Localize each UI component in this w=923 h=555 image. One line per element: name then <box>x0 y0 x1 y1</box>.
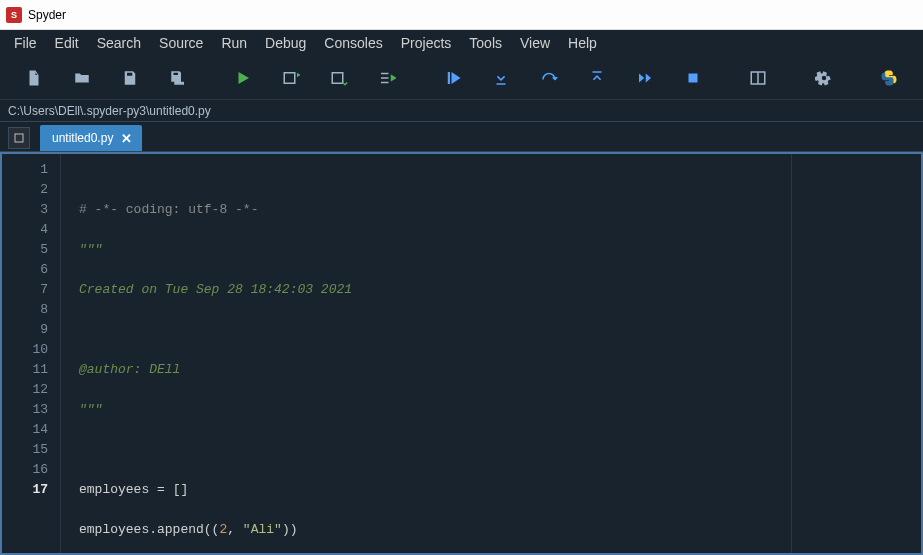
line-number: 12 <box>2 380 48 400</box>
code-text: # -*- coding: utf-8 -*- <box>79 202 258 217</box>
line-number: 15 <box>2 440 48 460</box>
browse-tabs-icon[interactable] <box>8 127 30 149</box>
line-number: 7 <box>2 280 48 300</box>
code-text: = <box>157 482 165 497</box>
python-path-icon[interactable] <box>880 67 898 89</box>
gutter: 1 2 3 4 5 6 7 8 9 10 11 12 13 14 15 16 1… <box>2 154 60 553</box>
code-text: [] <box>165 482 188 497</box>
code-area[interactable]: # -*- coding: utf-8 -*- """ Created on T… <box>60 154 921 553</box>
line-number: 13 <box>2 400 48 420</box>
save-all-icon[interactable] <box>169 67 187 89</box>
menu-debug[interactable]: Debug <box>257 32 314 54</box>
open-file-icon[interactable] <box>73 67 91 89</box>
spyder-logo-icon: S <box>6 7 22 23</box>
file-path-bar: C:\Users\DEll\.spyder-py3\untitled0.py <box>0 100 923 122</box>
menu-help[interactable]: Help <box>560 32 605 54</box>
code-text: @author: DEll <box>79 362 180 377</box>
editor-tabs: untitled0.py ✕ <box>0 122 923 152</box>
run-icon[interactable] <box>234 67 252 89</box>
file-path: C:\Users\DEll\.spyder-py3\untitled0.py <box>8 104 211 118</box>
debug-step-over-icon[interactable] <box>540 67 558 89</box>
line-number: 14 <box>2 420 48 440</box>
code-text: )) <box>282 522 298 537</box>
debug-stop-icon[interactable] <box>684 67 702 89</box>
window-title: Spyder <box>28 8 66 22</box>
new-file-icon[interactable] <box>25 67 43 89</box>
debug-continue-icon[interactable] <box>444 67 462 89</box>
maximize-pane-icon[interactable] <box>749 67 767 89</box>
line-number: 3 <box>2 200 48 220</box>
save-icon[interactable] <box>121 67 139 89</box>
debug-skip-icon[interactable] <box>636 67 654 89</box>
menu-search[interactable]: Search <box>89 32 149 54</box>
line-number-current: 17 <box>2 480 48 500</box>
debug-step-into-icon[interactable] <box>492 67 510 89</box>
menu-run[interactable]: Run <box>213 32 255 54</box>
debug-step-out-icon[interactable] <box>588 67 606 89</box>
line-number: 6 <box>2 260 48 280</box>
menu-view[interactable]: View <box>512 32 558 54</box>
code-text: Created on Tue Sep 28 18:42:03 2021 <box>79 282 352 297</box>
titlebar: S Spyder <box>0 0 923 30</box>
code-text: """ <box>79 402 102 417</box>
run-selection-icon[interactable] <box>378 67 396 89</box>
toolbar <box>0 56 923 100</box>
menu-edit[interactable]: Edit <box>47 32 87 54</box>
menu-source[interactable]: Source <box>151 32 211 54</box>
code-text: "Ali" <box>243 522 282 537</box>
menu-tools[interactable]: Tools <box>461 32 510 54</box>
tab-untitled0[interactable]: untitled0.py ✕ <box>40 125 142 151</box>
line-number: 9 <box>2 320 48 340</box>
code-editor[interactable]: 1 2 3 4 5 6 7 8 9 10 11 12 13 14 15 16 1… <box>0 152 923 555</box>
code-text: employees.append(( <box>79 522 219 537</box>
ruler-line <box>791 154 792 553</box>
code-text: """ <box>79 242 102 257</box>
line-number: 4 <box>2 220 48 240</box>
line-number: 8 <box>2 300 48 320</box>
line-number: 16 <box>2 460 48 480</box>
line-number: 10 <box>2 340 48 360</box>
svg-rect-1 <box>333 72 344 83</box>
tab-label: untitled0.py <box>52 131 113 145</box>
run-cell-icon[interactable] <box>282 67 300 89</box>
svg-rect-0 <box>285 72 296 83</box>
svg-rect-2 <box>688 73 697 82</box>
preferences-icon[interactable] <box>815 67 833 89</box>
line-number: 2 <box>2 180 48 200</box>
svg-rect-5 <box>15 134 23 142</box>
close-tab-icon[interactable]: ✕ <box>121 131 132 146</box>
menu-consoles[interactable]: Consoles <box>316 32 390 54</box>
code-text: , <box>227 522 243 537</box>
run-cell-next-icon[interactable] <box>330 67 348 89</box>
code-text: employees <box>79 482 157 497</box>
menubar: File Edit Search Source Run Debug Consol… <box>0 30 923 56</box>
line-number: 5 <box>2 240 48 260</box>
line-number: 1 <box>2 160 48 180</box>
menu-projects[interactable]: Projects <box>393 32 460 54</box>
menu-file[interactable]: File <box>6 32 45 54</box>
line-number: 11 <box>2 360 48 380</box>
